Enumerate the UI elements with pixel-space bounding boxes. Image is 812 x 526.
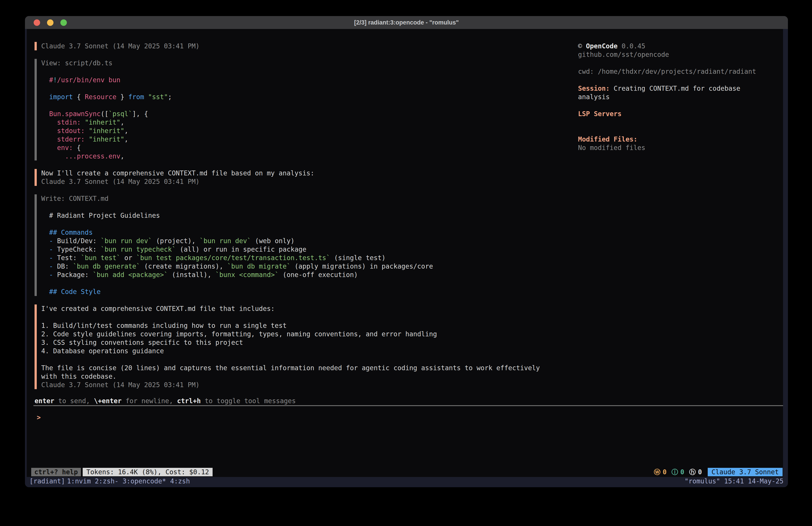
terminal-line: Now I'll create a comprehensive CONTEXT.… [41, 169, 783, 177]
window-title: [2/3] radiant:3:opencode - "romulus" [354, 19, 459, 26]
terminal-line [41, 313, 783, 322]
info-icon: ⓘ [672, 468, 678, 476]
message-block: Write: CONTEXT.md # Radiant Project Guid… [34, 194, 783, 296]
status-bar: ctrl+? help Tokens: 16.4K (8%), Cost: $0… [27, 468, 783, 477]
terminal-bottom-padding [25, 485, 788, 487]
tmux-session-name: [radiant] [29, 477, 65, 485]
terminal-line: ## Commands [41, 228, 783, 237]
terminal-line: github.com/sst/opencode [578, 51, 783, 59]
info-count: 0 [680, 468, 684, 476]
hints-icon: ⓗ [689, 468, 696, 476]
tmux-window-1nvim[interactable]: 1:nvim [65, 477, 93, 485]
terminal-line: 4. Database operations guidance [41, 347, 783, 355]
terminal-line: 3. CSS styling conventions specific to t… [41, 338, 783, 347]
terminal-line: # Radiant Project Guidelines [41, 211, 783, 220]
tmux-window-2zsh[interactable]: 2:zsh- [93, 477, 120, 485]
traffic-lights [34, 16, 67, 29]
terminal-line: LSP Servers [578, 110, 783, 118]
sidebar: © OpenCode 0.0.45github.com/sst/opencode… [578, 42, 783, 152]
terminal-line: © OpenCode 0.0.45 [578, 42, 783, 51]
terminal-line: Claude 3.7 Sonnet (14 May 2025 03:41 PM) [41, 381, 783, 389]
terminal-line: - Test: `bun test` or `bun test packages… [41, 254, 783, 262]
terminal-line: ...process.env, [41, 152, 783, 160]
tmux-status-bar: [radiant]1:nvim2:zsh-3:opencode*4:zsh "r… [25, 477, 788, 485]
terminal-line [41, 355, 783, 364]
terminal-line: 2. Code style guidelines covering import… [41, 330, 783, 338]
terminal-line [578, 59, 783, 67]
minimize-button[interactable] [47, 19, 54, 26]
help-line: enter to send, \+enter for newline, ctrl… [27, 397, 783, 405]
terminal-line: Session: Creating CONTEXT.md for codebas… [578, 84, 783, 93]
prompt-area[interactable]: > [27, 406, 783, 468]
terminal-line: with this codebase. [41, 372, 783, 381]
warnings-count: 0 [663, 468, 667, 476]
chat-content: Claude 3.7 Sonnet (14 May 2025 03:41 PM)… [27, 29, 783, 397]
terminal-line: - TypeCheck: `bun run typecheck` (all) o… [41, 245, 783, 254]
opencode-pane: Claude 3.7 Sonnet (14 May 2025 03:41 PM)… [27, 29, 783, 477]
hints-count: 0 [698, 468, 702, 476]
terminal-area: Claude 3.7 Sonnet (14 May 2025 03:41 PM)… [25, 29, 788, 487]
diagnostic-hints: ⓗ0 [689, 468, 702, 476]
app-window: [2/3] radiant:3:opencode - "romulus" Cla… [25, 16, 788, 487]
terminal-line: Claude 3.7 Sonnet (14 May 2025 03:41 PM) [41, 177, 783, 186]
terminal-line [578, 76, 783, 84]
tmux-right-status: "romulus" 15:41 14-May-25 [684, 477, 783, 485]
prompt-icon: > [37, 414, 41, 421]
terminal-line: - DB: `bun db generate` (create migratio… [41, 262, 783, 271]
tmux-window-3opencode[interactable]: 3:opencode* [120, 477, 168, 485]
terminal-line: 1. Build/lint/test commands including ho… [41, 322, 783, 330]
terminal-line [41, 203, 783, 211]
message-block: Now I'll create a comprehensive CONTEXT.… [34, 169, 783, 186]
model-badge: Claude 3.7 Sonnet [708, 468, 783, 476]
terminal-line [578, 118, 783, 127]
prompt-input[interactable]: > [37, 413, 783, 422]
terminal-line: Write: CONTEXT.md [41, 194, 783, 203]
window-titlebar: [2/3] radiant:3:opencode - "romulus" [25, 16, 788, 29]
terminal-line [41, 220, 783, 228]
zoom-button[interactable] [60, 19, 67, 26]
terminal-line [41, 279, 783, 287]
terminal-line: Modified Files: [578, 135, 783, 144]
terminal-line: ## Code Style [41, 287, 783, 296]
tokens-cost-chip: Tokens: 16.4K (8%), Cost: $0.12 [83, 468, 213, 476]
diagnostic-info: ⓘ0 [672, 468, 684, 476]
terminal-line: - Build/Dev: `bun run dev` (project), `b… [41, 237, 783, 245]
warnings-icon: ⓦ [654, 468, 661, 476]
terminal-line [578, 127, 783, 135]
terminal-line [578, 101, 783, 110]
scrollbar-track [783, 29, 788, 477]
terminal-line: cwd: /home/thdxr/dev/projects/radiant/ra… [578, 67, 783, 76]
message-block: I've created a comprehensive CONTEXT.md … [34, 304, 783, 389]
terminal-line: The file is concise (20 lines) and captu… [41, 364, 783, 372]
tmux-window-list: [radiant]1:nvim2:zsh-3:opencode*4:zsh [29, 477, 192, 485]
diagnostic-warnings: ⓦ0 [654, 468, 667, 476]
help-shortcut-chip: ctrl+? help [31, 468, 81, 476]
terminal-line: enter to send, \+enter for newline, ctrl… [34, 397, 783, 405]
diagnostics: ⓦ0ⓘ0ⓗ0 [654, 468, 702, 476]
terminal-line: I've created a comprehensive CONTEXT.md … [41, 304, 783, 313]
terminal-line: analysis [578, 93, 783, 101]
terminal-line: - Package: `bun add <package>` (install)… [41, 271, 783, 279]
terminal-line: No modified files [578, 144, 783, 152]
close-button[interactable] [34, 19, 40, 26]
tmux-window-4zsh[interactable]: 4:zsh [168, 477, 192, 485]
